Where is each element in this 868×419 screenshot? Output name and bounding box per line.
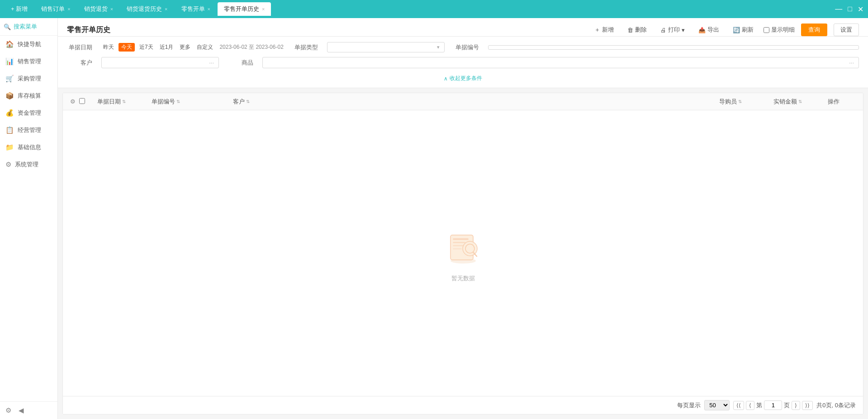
tab-sales-order-label: 销售订单	[41, 5, 65, 13]
svg-rect-3	[453, 242, 465, 243]
th-amount-sort-icon: ⇅	[798, 99, 802, 104]
sidebar-item-home[interactable]: 🏠 快捷导航	[0, 36, 57, 53]
empty-illustration	[441, 224, 486, 269]
tab-retail-order-label: 零售开单	[181, 5, 205, 13]
inventory-icon: 📦	[5, 92, 14, 100]
sidebar-search[interactable]: 🔍 搜索菜单	[0, 18, 57, 36]
delete-button[interactable]: 🗑 删除	[624, 24, 650, 36]
th-date-label: 单据日期	[97, 98, 121, 106]
add-label: 新增	[602, 26, 614, 34]
sidebar-item-inventory[interactable]: 📦 库存核算	[0, 87, 57, 104]
delete-label: 删除	[635, 26, 647, 34]
shortcut-1month[interactable]: 近1月	[158, 43, 175, 52]
per-page-select[interactable]: 10 20 50 100	[704, 400, 730, 410]
tab-home[interactable]: + 新增	[5, 2, 34, 16]
sidebar-settings-icon[interactable]: ⚙	[5, 406, 11, 414]
th-customer-sort-icon: ⇅	[246, 99, 250, 104]
th-guide[interactable]: 导购员 ⇅	[715, 98, 769, 106]
pagination: 每页显示 10 20 50 100 ⟨⟨ ⟨ 第 页 ⟩ ⟩⟩ 共0页, 0条记…	[63, 396, 863, 414]
prev-page-button[interactable]: ⟨	[746, 401, 754, 410]
customer-input[interactable]: ···	[101, 57, 219, 68]
maximize-button[interactable]: □	[848, 5, 852, 13]
sidebar-item-basic[interactable]: 📁 基础信息	[0, 139, 57, 156]
th-number-sort-icon: ⇅	[176, 99, 180, 104]
th-customer[interactable]: 客户 ⇅	[228, 98, 715, 106]
page-number-input[interactable]	[764, 400, 782, 410]
doc-type-select[interactable]: ▾	[327, 42, 445, 52]
basic-icon: 📁	[5, 143, 14, 151]
select-all-checkbox[interactable]	[79, 98, 85, 104]
total-info: 共0页, 0条记录	[816, 401, 856, 410]
display-detail-input[interactable]	[764, 27, 769, 33]
goods-dots-icon: ···	[849, 59, 854, 66]
collapse-label: 收起更多条件	[450, 75, 482, 82]
table-settings-icon[interactable]: ⚙	[66, 98, 79, 105]
main-content: 零售开单历史 ＋ 新增 🗑 删除 🖨 打印 ▾ 📤 导出	[58, 18, 868, 419]
tab-sales-order[interactable]: 销售订单 ×	[35, 2, 76, 16]
home-icon: 🏠	[5, 40, 14, 48]
customer-label: 客户	[67, 59, 92, 67]
sidebar-item-purchase-label: 采购管理	[18, 75, 41, 83]
sidebar-item-business[interactable]: 📋 经营管理	[0, 122, 57, 139]
add-button[interactable]: ＋ 新增	[591, 24, 617, 36]
tab-return[interactable]: 销货退货 ×	[78, 2, 119, 16]
tab-return-history-label: 销货退货历史	[127, 5, 162, 13]
sidebar-search-label: 搜索菜单	[14, 23, 37, 31]
shortcut-custom[interactable]: 自定义	[195, 43, 215, 52]
sidebar-item-finance[interactable]: 💰 资金管理	[0, 104, 57, 122]
delete-icon: 🗑	[627, 27, 633, 33]
page-word-after: 页	[784, 401, 790, 410]
tab-return-history-close[interactable]: ×	[165, 6, 167, 12]
sidebar-collapse-icon[interactable]: ◀	[19, 406, 24, 414]
th-action-label: 操作	[828, 98, 840, 106]
tab-retail-history-close[interactable]: ×	[262, 6, 265, 12]
th-date[interactable]: 单据日期 ⇅	[93, 98, 147, 106]
shortcut-7days[interactable]: 近7天	[138, 43, 155, 52]
sidebar-bottom: ⚙ ◀	[0, 401, 57, 419]
print-button[interactable]: 🖨 打印 ▾	[657, 24, 688, 36]
svg-rect-5	[453, 248, 462, 250]
finance-icon: 💰	[5, 109, 14, 117]
sidebar-item-system[interactable]: ⚙ 系统管理	[0, 156, 57, 173]
date-label: 单据日期	[67, 43, 92, 52]
table-body: 暂无数据	[63, 110, 863, 396]
th-guide-label: 导购员	[719, 98, 737, 106]
next-page-button[interactable]: ⟩	[792, 401, 800, 410]
sidebar-item-sales-label: 销售管理	[18, 57, 41, 66]
refresh-button[interactable]: 🔄 刷新	[729, 24, 757, 36]
query-button[interactable]: 查询	[801, 24, 827, 36]
sidebar-item-inventory-label: 库存核算	[18, 92, 41, 100]
table-select-all[interactable]	[79, 98, 93, 105]
sidebar-item-sales[interactable]: 📊 销售管理	[0, 53, 57, 70]
tab-sales-order-close[interactable]: ×	[67, 6, 70, 12]
collapse-bar[interactable]: ∧ 收起更多条件	[67, 73, 859, 82]
th-action: 操作	[823, 98, 859, 106]
tab-return-close[interactable]: ×	[110, 6, 113, 12]
sidebar-item-business-label: 经营管理	[18, 126, 41, 134]
collapse-up-icon: ∧	[444, 75, 448, 82]
minimize-button[interactable]: —	[835, 5, 842, 13]
sales-icon: 📊	[5, 57, 14, 66]
shortcut-yesterday[interactable]: 昨天	[101, 43, 116, 52]
export-button[interactable]: 📤 导出	[695, 24, 723, 36]
shortcut-today[interactable]: 今天	[119, 43, 135, 52]
tab-retail-history[interactable]: 零售开单历史 ×	[218, 2, 271, 16]
th-amount[interactable]: 实销金额 ⇅	[769, 98, 823, 106]
shortcut-more[interactable]: 更多	[178, 43, 192, 52]
goods-input[interactable]: ···	[262, 57, 859, 68]
tab-return-history[interactable]: 销货退货历史 ×	[120, 2, 174, 16]
tab-retail-order-close[interactable]: ×	[208, 6, 210, 12]
tab-retail-order[interactable]: 零售开单 ×	[175, 2, 217, 16]
th-number[interactable]: 单据编号 ⇅	[147, 98, 228, 106]
date-shortcuts: 昨天 今天 近7天 近1月 更多 自定义 2023-06-02 至 2023-0…	[101, 43, 284, 52]
close-button[interactable]: ✕	[858, 5, 863, 14]
print-label: 打印	[668, 26, 680, 34]
export-icon: 📤	[698, 27, 706, 33]
first-page-button[interactable]: ⟨⟨	[733, 401, 744, 410]
sidebar-item-purchase[interactable]: 🛒 采购管理	[0, 70, 57, 87]
th-date-sort-icon: ⇅	[122, 99, 126, 104]
settings-button[interactable]: 设置	[834, 24, 859, 36]
doc-number-input[interactable]	[488, 45, 859, 50]
display-detail-checkbox[interactable]: 显示明细	[764, 26, 795, 34]
last-page-button[interactable]: ⟩⟩	[802, 401, 813, 410]
